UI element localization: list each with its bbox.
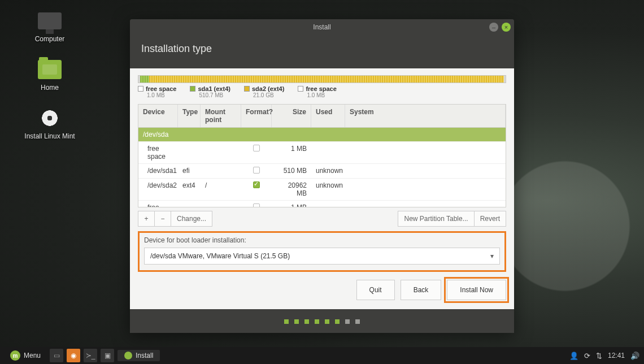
format-checkbox[interactable] (253, 203, 260, 207)
swatch-icon (244, 86, 250, 92)
folder-icon (38, 60, 62, 79)
desktop-icon-computer[interactable]: Computer (16, 10, 84, 43)
table-row[interactable]: /dev/sda1 efi 510 MB unknown (138, 164, 506, 179)
legend-item: free space 1.0 MB (138, 85, 176, 98)
installer-window: Install – × Installation type free space… (130, 19, 514, 333)
table-row[interactable]: /dev/sda2 ext4 / 20962 MB unknown (138, 179, 506, 201)
desktop-icon-install[interactable]: Install Linux Mint (16, 107, 84, 140)
format-checkbox[interactable] (253, 167, 260, 174)
legend-item: sda1 (ext4) 510.7 MB (190, 85, 230, 98)
progress-dots (130, 309, 514, 333)
add-partition-button[interactable]: + (138, 211, 155, 227)
table-row[interactable]: free space 1 MB (138, 142, 506, 164)
disc-icon (38, 107, 61, 129)
install-now-button[interactable]: Install Now (447, 280, 506, 300)
desktop-icon-label: Install Linux Mint (24, 132, 75, 140)
computer-icon (38, 12, 62, 29)
installer-content: free space 1.0 MB sda1 (ext4) 510.7 MB s… (130, 68, 514, 309)
change-partition-button[interactable]: Change... (171, 211, 212, 227)
window-title: Install (313, 23, 330, 31)
quit-button[interactable]: Quit (356, 280, 395, 300)
minimize-button[interactable]: – (489, 23, 498, 32)
firefox-launcher[interactable]: ◉ (67, 349, 80, 362)
swatch-icon (138, 86, 143, 92)
step-dot (304, 319, 309, 324)
partition-seg-free (504, 76, 506, 83)
step-dot (325, 319, 329, 324)
close-button[interactable]: × (502, 23, 511, 32)
table-header: Device Type Mount point Format? Size Use… (138, 105, 506, 128)
partition-toolbar: + − Change... New Partition Table... Rev… (138, 211, 506, 227)
system-tray: 👤 ⟳ ⇅ 12:41 🔊 (569, 352, 639, 360)
revert-button[interactable]: Revert (474, 211, 506, 227)
swatch-icon (190, 86, 195, 92)
format-checkbox[interactable] (253, 181, 260, 188)
swatch-icon (298, 86, 303, 92)
step-dot (335, 319, 340, 324)
task-icon (124, 352, 132, 359)
desktop-icon-label: Computer (35, 35, 65, 43)
partition-bar[interactable] (138, 75, 506, 83)
new-partition-table-button[interactable]: New Partition Table... (398, 211, 474, 227)
terminal-launcher[interactable]: ≻_ (84, 349, 97, 362)
remove-partition-button[interactable]: − (154, 211, 171, 227)
legend-item: sda2 (ext4) 21.0 GB (244, 85, 284, 98)
step-dot (315, 319, 319, 324)
step-dot (345, 319, 350, 324)
step-dot (355, 319, 360, 324)
updates-icon[interactable]: ⟳ (584, 352, 590, 360)
show-desktop-launcher[interactable]: ▭ (50, 349, 63, 362)
page-heading: Installation type (141, 43, 503, 55)
bootloader-section: Device for boot loader installation: /de… (138, 231, 506, 272)
step-dot (284, 319, 289, 324)
network-icon[interactable]: ⇅ (596, 352, 602, 360)
table-row[interactable]: free space 1 MB (138, 201, 506, 207)
volume-icon[interactable]: 🔊 (630, 352, 639, 360)
desktop-icons: Computer Home Install Linux Mint (16, 10, 84, 156)
wizard-buttons: Quit Back Install Now (138, 280, 506, 300)
legend-item: free space 1.0 MB (298, 85, 336, 98)
partition-seg-sda2 (149, 76, 504, 83)
user-icon[interactable]: 👤 (569, 352, 578, 360)
format-checkbox[interactable] (253, 145, 260, 151)
taskbar-task-install[interactable]: Install (118, 350, 160, 361)
partition-legend: free space 1.0 MB sda1 (ext4) 510.7 MB s… (138, 85, 506, 98)
partition-seg-sda1 (140, 76, 149, 83)
menu-button[interactable]: m Menu (5, 348, 46, 363)
titlebar[interactable]: Install – × (130, 19, 514, 35)
back-button[interactable]: Back (401, 280, 442, 300)
mint-logo-icon: m (10, 350, 20, 361)
desktop-icon-home[interactable]: Home (16, 59, 84, 92)
table-row-device-group[interactable]: /dev/sda (138, 128, 506, 142)
partition-table: Device Type Mount point Format? Size Use… (138, 104, 506, 207)
step-dot (294, 319, 299, 324)
desktop-icon-label: Home (41, 84, 59, 92)
bootloader-device-select[interactable]: /dev/sda VMware, VMware Virtual S (21.5 … (144, 248, 500, 265)
bootloader-label: Device for boot loader installation: (144, 236, 500, 244)
files-launcher[interactable]: ▣ (101, 349, 114, 362)
taskbar: m Menu ▭ ◉ ≻_ ▣ Install 👤 ⟳ ⇅ 12:41 🔊 (0, 347, 644, 364)
clock[interactable]: 12:41 (608, 352, 625, 359)
